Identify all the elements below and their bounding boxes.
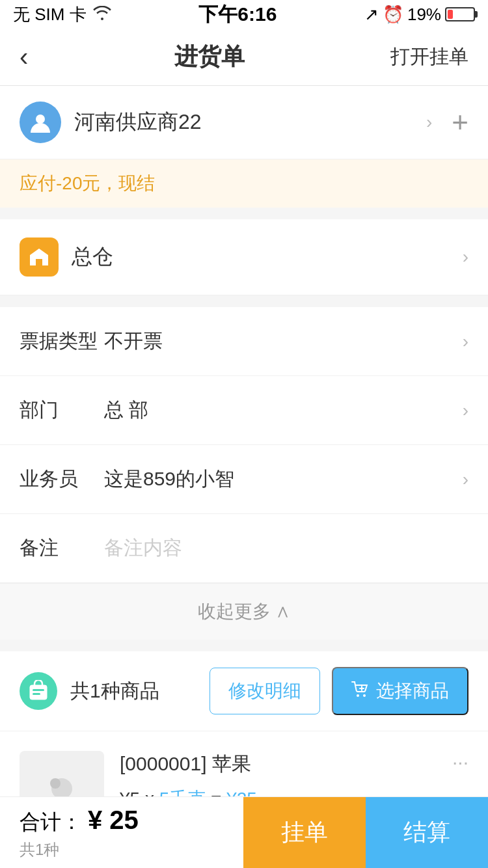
status-left: 无 SIM 卡 [13, 3, 111, 26]
select-product-button[interactable]: 选择商品 [332, 667, 468, 715]
footer-total: 合计： ¥ 25 共1种 [0, 806, 243, 860]
dept-row[interactable]: 部门 总 部 › [0, 376, 488, 445]
supplier-chevron-icon: › [426, 112, 432, 133]
footer: 合计： ¥ 25 共1种 挂单 结算 [0, 796, 488, 868]
products-icon [20, 672, 57, 710]
invoice-value: 不开票 [104, 328, 463, 355]
edit-detail-button[interactable]: 修改明细 [210, 668, 320, 714]
sales-chevron-icon: › [463, 469, 468, 490]
svg-rect-2 [30, 685, 47, 699]
total-count: 共1种 [20, 839, 224, 860]
svg-rect-4 [33, 693, 40, 695]
products-count-label: 共1种商品 [70, 678, 210, 705]
svg-rect-3 [33, 689, 44, 691]
footer-total-row: 合计： ¥ 25 [20, 806, 224, 837]
svg-point-6 [363, 694, 366, 697]
supplier-info-banner: 应付-20元，现结 [0, 159, 488, 208]
supplier-name: 河南供应商22 [74, 108, 426, 137]
invoice-label: 票据类型 [20, 328, 104, 355]
alarm-icon: ⏰ [383, 5, 403, 25]
invoice-chevron-icon: › [463, 331, 468, 352]
battery-icon [445, 7, 475, 21]
invoice-row[interactable]: 票据类型 不开票 › [0, 307, 488, 376]
dept-label: 部门 [20, 397, 104, 424]
hang-button[interactable]: 挂单 [243, 797, 366, 869]
svg-point-8 [50, 778, 61, 789]
total-amount: ¥ 25 [88, 806, 139, 834]
carrier-label: 无 SIM 卡 [13, 3, 87, 26]
dept-value: 总 部 [104, 397, 463, 424]
back-button[interactable]: ‹ [20, 42, 28, 72]
warehouse-card: 总仓 › [0, 219, 488, 295]
select-product-label: 选择商品 [376, 679, 449, 703]
form-card: 票据类型 不开票 › 部门 总 部 › 业务员 这是859的小智 › 备注 备注… [0, 307, 488, 640]
battery-percent: 19% [407, 5, 441, 25]
status-time: 下午6:16 [198, 1, 277, 28]
warehouse-row[interactable]: 总仓 › [0, 219, 488, 295]
add-supplier-button[interactable]: + [452, 108, 468, 137]
open-hang-button[interactable]: 打开挂单 [390, 44, 468, 70]
remark-label: 备注 [20, 535, 104, 562]
nav-bar: ‹ 进货单 打开挂单 [0, 29, 488, 86]
sales-label: 业务员 [20, 466, 104, 493]
page-title: 进货单 [174, 41, 245, 73]
svg-point-5 [357, 694, 359, 697]
sales-value: 这是859的小智 [104, 466, 463, 493]
product-title: 苹果 [212, 753, 251, 774]
supplier-row[interactable]: 河南供应商22 › + [0, 86, 488, 159]
remark-row[interactable]: 备注 备注内容 [0, 514, 488, 583]
warehouse-icon [20, 237, 59, 277]
product-code: [0000001] [120, 753, 212, 774]
dept-chevron-icon: › [463, 400, 468, 421]
settle-button[interactable]: 结算 [366, 797, 488, 869]
total-label: 合计： [20, 810, 82, 834]
supplier-avatar [20, 102, 61, 143]
svg-rect-1 [36, 259, 42, 265]
product-more-button[interactable]: ··· [452, 751, 468, 773]
status-right: ↗ ⏰ 19% [364, 5, 475, 25]
status-bar: 无 SIM 卡 下午6:16 ↗ ⏰ 19% [0, 0, 488, 29]
supplier-card: 河南供应商22 › + 应付-20元，现结 [0, 86, 488, 208]
collapse-button[interactable]: 收起更多 ∧ [0, 583, 488, 640]
remark-input[interactable]: 备注内容 [104, 535, 468, 562]
warehouse-chevron-icon: › [463, 247, 468, 267]
warehouse-name: 总仓 [72, 243, 463, 271]
products-header: 共1种商品 修改明细 选择商品 [0, 651, 488, 731]
location-icon: ↗ [364, 5, 379, 25]
cart-icon [351, 681, 370, 701]
product-name: [0000001] 苹果 [120, 751, 452, 778]
svg-point-0 [36, 115, 45, 124]
sales-row[interactable]: 业务员 这是859的小智 › [0, 445, 488, 514]
wifi-icon [93, 5, 111, 25]
